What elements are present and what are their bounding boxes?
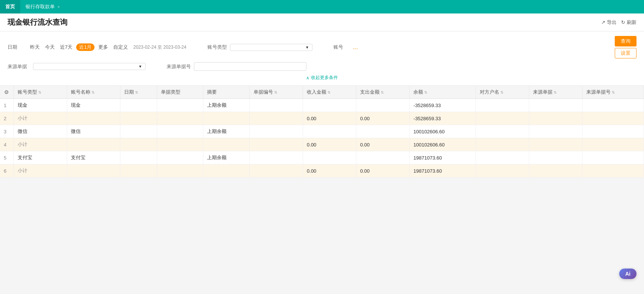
cell-doc_no [249, 99, 303, 112]
cell-source_doc [529, 99, 582, 112]
col-header-doc_type: 单据类型 [157, 86, 203, 99]
col-header-balance[interactable]: 余额⇅ [410, 86, 476, 99]
cell-balance: -3528659.33 [410, 99, 476, 112]
cell-doc_no [249, 151, 303, 164]
cell-account_type: 微信 [14, 125, 67, 138]
cell-date [120, 112, 157, 125]
export-button[interactable]: ↗ 导出 [601, 19, 617, 26]
cell-summary: 上期余额 [203, 99, 250, 112]
date-today-btn[interactable]: 今天 [44, 43, 56, 51]
cell-settings: 5 [0, 151, 14, 164]
date-more-btn[interactable]: 更多 [97, 43, 110, 51]
source-doc-no-label: 来源单据号 [167, 63, 191, 70]
cell-summary [203, 138, 250, 151]
table-row: 6小计0.000.0019871073.60 [0, 164, 644, 178]
cell-expense [356, 125, 410, 138]
cell-account_name: 支付宝 [67, 151, 120, 164]
cell-source_doc_no [582, 151, 644, 164]
cell-doc_type [157, 138, 203, 151]
table-row: 3微信微信上期余额100102606.60 [0, 125, 644, 138]
cell-account_type: 小计 [14, 164, 67, 178]
sort-icon: ⇅ [381, 90, 384, 94]
query-button[interactable]: 查询 [615, 36, 636, 46]
cell-source_doc [529, 151, 582, 164]
sort-icon: ⇅ [92, 90, 95, 94]
cell-balance: 19871073.60 [410, 164, 476, 178]
source-doc-chevron-icon: ▼ [138, 64, 142, 69]
cell-doc_type [157, 112, 203, 125]
cell-expense [356, 99, 410, 112]
col-header-source_doc[interactable]: 来源单据⇅ [529, 86, 582, 99]
col-header-income[interactable]: 收入金额⇅ [303, 86, 356, 99]
cell-counterparty [476, 112, 529, 125]
sort-icon: ⇅ [612, 90, 615, 94]
settings-button[interactable]: 设置 [615, 48, 636, 58]
nav-home[interactable]: 首页 [0, 0, 20, 13]
col-header-counterparty[interactable]: 对方户名⇅ [476, 86, 529, 99]
cell-account_type: 小计 [14, 112, 67, 125]
cell-doc_no [249, 112, 303, 125]
date-yesterday-btn[interactable]: 昨天 [29, 43, 41, 51]
cell-doc_type [157, 99, 203, 112]
sort-icon: ⇅ [327, 90, 330, 94]
cell-balance: 100102606.60 [410, 125, 476, 138]
account-ellipsis-btn[interactable]: ... [351, 44, 359, 51]
cell-account_name: 现金 [67, 99, 120, 112]
cell-date [120, 138, 157, 151]
cell-doc_no [249, 138, 303, 151]
cell-doc_type [157, 125, 203, 138]
cell-date [120, 151, 157, 164]
cell-counterparty [476, 138, 529, 151]
refresh-icon: ↻ [621, 19, 625, 25]
collapse-bar[interactable]: ∧ 收起更多条件 [8, 75, 636, 81]
source-doc-no-input[interactable] [194, 62, 306, 71]
date-7days-btn[interactable]: 近7天 [59, 43, 74, 51]
sort-icon: ⇅ [38, 90, 41, 94]
col-header-doc_no[interactable]: 单据编号⇅ [249, 86, 303, 99]
col-header-source_doc_no[interactable]: 来源单据号⇅ [582, 86, 644, 99]
nav-tab[interactable]: 银行存取款单× [20, 0, 75, 13]
cell-expense: 0.00 [356, 164, 410, 178]
col-header-date[interactable]: 日期⇅ [120, 86, 157, 99]
cell-settings: 2 [0, 112, 14, 125]
date-1month-btn[interactable]: 近1月 [76, 43, 95, 51]
cell-income: 0.00 [303, 112, 356, 125]
cell-expense: 0.00 [356, 112, 410, 125]
cell-source_doc_no [582, 138, 644, 151]
cell-source_doc_no [582, 164, 644, 178]
account-label: 账号 [333, 44, 348, 51]
cell-settings: 1 [0, 99, 14, 112]
cell-doc_type [157, 151, 203, 164]
cell-income [303, 99, 356, 112]
cell-source_doc_no [582, 99, 644, 112]
cell-settings: 3 [0, 125, 14, 138]
cell-settings: 4 [0, 138, 14, 151]
cell-account_type: 现金 [14, 99, 67, 112]
cell-source_doc [529, 138, 582, 151]
cell-counterparty [476, 99, 529, 112]
filter-row-1: 日期 昨天 今天 近7天 近1月 更多 自定义 2023-02-24 至 202… [8, 36, 636, 58]
table-row: 2小计0.000.00-3528659.33 [0, 112, 644, 125]
table-container: ⚙账号类型⇅账号名称⇅日期⇅单据类型摘要单据编号⇅收入金额⇅支出金额⇅余额⇅对方… [0, 86, 644, 178]
cell-source_doc [529, 125, 582, 138]
gear-icon[interactable]: ⚙ [4, 89, 9, 95]
date-custom-btn[interactable]: 自定义 [112, 43, 129, 51]
tab-close-icon[interactable]: × [57, 0, 60, 13]
account-type-select[interactable]: ▼ [230, 44, 312, 51]
cell-summary [203, 112, 250, 125]
source-doc-select[interactable]: ▼ [33, 63, 146, 70]
col-header-expense[interactable]: 支出金额⇅ [356, 86, 410, 99]
cell-balance: 19871073.60 [410, 151, 476, 164]
sort-icon: ⇅ [135, 90, 138, 94]
col-header-account_type[interactable]: 账号类型⇅ [14, 86, 67, 99]
cell-source_doc_no [582, 112, 644, 125]
cell-source_doc [529, 164, 582, 178]
cell-expense [356, 151, 410, 164]
cell-date [120, 99, 157, 112]
col-header-account_name[interactable]: 账号名称⇅ [67, 86, 120, 99]
cell-doc_type [157, 164, 203, 178]
col-header-settings: ⚙ [0, 86, 14, 99]
refresh-button[interactable]: ↻ 刷新 [621, 19, 636, 26]
cell-account_name [67, 112, 120, 125]
data-table: ⚙账号类型⇅账号名称⇅日期⇅单据类型摘要单据编号⇅收入金额⇅支出金额⇅余额⇅对方… [0, 86, 644, 178]
